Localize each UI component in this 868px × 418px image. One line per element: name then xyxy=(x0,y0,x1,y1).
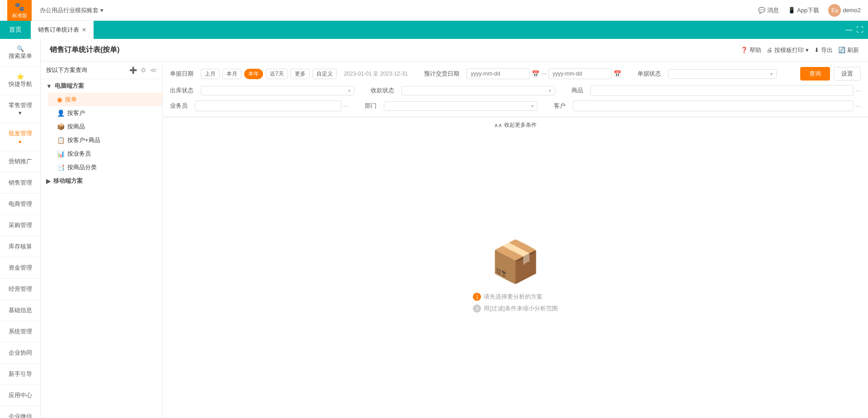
sidebar-item-retail[interactable]: 零售管理 ▾ xyxy=(0,95,40,123)
sidebar-item-wholesale[interactable]: 批发管理 ▴ xyxy=(0,123,40,151)
customer-icon: 👤 xyxy=(57,109,65,117)
status-select[interactable]: ▾ xyxy=(668,69,777,79)
tree-item-by-customer-goods[interactable]: 📋 按客户+商品 xyxy=(48,133,162,147)
more-btn[interactable]: 更多 xyxy=(291,69,310,79)
sidebar-item-appcenter[interactable]: 应用中心 xyxy=(0,385,40,406)
username: demo2 xyxy=(843,7,861,14)
department-label: 部门 xyxy=(365,102,377,110)
tip-num-2: 2 xyxy=(473,304,481,313)
empty-illustration: 📦 xyxy=(490,238,541,285)
app-selector-label: 办公用品行业模拟账套 xyxy=(40,6,99,14)
payment-label: 收款状态 xyxy=(371,86,394,95)
right-panel: 单据日期 上月 本月 本年 近7天 更多 自定义 2023-01-01 至 20… xyxy=(163,62,868,418)
department-select[interactable]: ▾ xyxy=(384,101,538,111)
export-icon: ⬇ xyxy=(814,47,819,53)
app-download-btn[interactable]: 📱 App下载 xyxy=(788,6,819,14)
salesperson-input[interactable] xyxy=(195,100,341,111)
main: 🔍 搜索菜单 ⭐ 快捷导航 零售管理 ▾ 批发管理 ▴ 营销推广 销售管理 电商… xyxy=(0,39,868,418)
print-icon: 🖨 xyxy=(767,47,773,53)
tabbar: 首页 销售订单统计表 ✕ — ⛶ xyxy=(0,21,868,39)
tree-collapse-arrow: ▶ xyxy=(46,178,51,185)
chevron-down-icon: ▾ xyxy=(806,47,809,53)
logo-icon: 🐾 xyxy=(14,2,24,12)
minimize-icon[interactable]: — xyxy=(845,26,853,34)
message-btn[interactable]: 💬 消息 xyxy=(758,6,779,14)
topbar: 🐾 标准版 办公用品行业模拟账套 ▾ 💬 消息 📱 App下载 Ea demo2 xyxy=(0,0,868,21)
user-menu[interactable]: Ea demo2 xyxy=(828,4,861,17)
app-selector[interactable]: 办公用品行业模拟账套 ▾ xyxy=(36,5,107,16)
setting-btn[interactable]: 设置 xyxy=(834,67,861,81)
sidebar-item-operations[interactable]: 经营管理 xyxy=(0,279,40,300)
tree-desktop-items: ◉ 按单 👤 按客户 📦 按商品 📋 按客户+商品 xyxy=(41,93,162,174)
export-btn[interactable]: ⬇ 导出 xyxy=(814,46,833,54)
collapse-icon: ∧∧ xyxy=(494,122,502,128)
logo-text: 标准版 xyxy=(12,12,27,19)
sidebar-item-system[interactable]: 系统管理 xyxy=(0,321,40,342)
sidebar-item-marketing[interactable]: 营销推广 xyxy=(0,151,40,172)
customer-input[interactable] xyxy=(573,100,854,111)
expected-date-end[interactable] xyxy=(548,68,612,79)
this-month-btn[interactable]: 本月 xyxy=(222,69,241,79)
sidebar-item-inventory[interactable]: 库存核算 xyxy=(0,236,40,257)
shipment-select[interactable]: ▾ xyxy=(201,86,354,95)
tree-item-by-order[interactable]: ◉ 按单 xyxy=(48,93,162,106)
sidebar-item-search-menu[interactable]: 🔍 搜索菜单 xyxy=(0,39,40,67)
query-btn[interactable]: 查询 xyxy=(800,67,830,81)
tree-item-by-customer[interactable]: 👤 按客户 xyxy=(48,106,162,120)
goods-label: 商品 xyxy=(571,86,583,95)
custom-btn[interactable]: 自定义 xyxy=(312,69,337,79)
empty-tips: 1 请先选择要分析的方案 2 用[过滤]条件来缩小分析范围 xyxy=(473,293,557,313)
sidebar-item-enterprise[interactable]: 企业协同 xyxy=(0,342,40,364)
sidebar-item-purchase[interactable]: 采购管理 xyxy=(0,215,40,236)
sidebar-item-ecommerce[interactable]: 电商管理 xyxy=(0,194,40,215)
filter-bar: 单据日期 上月 本月 本年 近7天 更多 自定义 2023-01-01 至 20… xyxy=(163,62,868,117)
tree-item-by-category[interactable]: 📑 按商品分类 xyxy=(48,161,162,174)
sidebar-item-finance[interactable]: 资金管理 xyxy=(0,257,40,279)
tree-item-by-salesperson[interactable]: 📊 按业务员 xyxy=(48,147,162,161)
expected-date-label: 预计交货日期 xyxy=(424,70,459,78)
calendar-start-icon[interactable]: 📅 xyxy=(532,70,539,77)
tab-sales-stats[interactable]: 销售订单统计表 ✕ xyxy=(31,21,94,39)
tree-section-mobile[interactable]: ▶ 移动端方案 xyxy=(41,174,162,188)
tabbar-window-btns: — ⛶ xyxy=(845,26,863,34)
sidebar-item-wechat[interactable]: 企业微信 xyxy=(0,406,40,418)
tree-section-desktop[interactable]: ▼ 电脑端方案 xyxy=(41,79,162,93)
salesperson-more-icon[interactable]: ··· xyxy=(343,102,349,109)
content: 销售订单统计表(按单) ❓ 帮助 🖨 按模板打印 ▾ ⬇ 导出 🔄 刷新 xyxy=(41,39,868,418)
tab-label: 销售订单统计表 xyxy=(38,26,79,34)
last-7-days-btn[interactable]: 近7天 xyxy=(266,69,288,79)
left-panel: 按以下方案查询 ➕ ⚙ ≪ ▼ 电脑端方案 ◉ 按单 xyxy=(41,62,163,418)
collapse-btn[interactable]: ∧∧ 收起更多条件 xyxy=(494,121,537,129)
this-year-btn[interactable]: 本年 xyxy=(244,69,263,79)
customer-more-icon[interactable]: ··· xyxy=(855,102,861,109)
page-actions: ❓ 帮助 🖨 按模板打印 ▾ ⬇ 导出 🔄 刷新 xyxy=(741,46,859,61)
salesperson-icon: 📊 xyxy=(57,150,65,157)
chevron-down-icon: ▾ xyxy=(348,88,350,93)
goods-more-icon[interactable]: ··· xyxy=(855,87,861,94)
template-print-btn[interactable]: 🖨 按模板打印 ▾ xyxy=(767,46,809,54)
sidebar-item-basic[interactable]: 基础信息 xyxy=(0,300,40,321)
tab-home[interactable]: 首页 xyxy=(0,21,31,39)
left-panel-title: 按以下方案查询 xyxy=(46,66,87,74)
tree-item-by-goods[interactable]: 📦 按商品 xyxy=(48,120,162,133)
tree-expand-arrow: ▼ xyxy=(46,83,52,90)
settings-plan-btn[interactable]: ⚙ xyxy=(141,66,146,74)
refresh-btn[interactable]: 🔄 刷新 xyxy=(838,46,859,54)
last-month-btn[interactable]: 上月 xyxy=(201,69,220,79)
maximize-icon[interactable]: ⛶ xyxy=(856,26,863,34)
sidebar-item-quick-nav[interactable]: ⭐ 快捷导航 xyxy=(0,67,40,95)
inner-layout: 按以下方案查询 ➕ ⚙ ≪ ▼ 电脑端方案 ◉ 按单 xyxy=(41,62,868,418)
message-label: 消息 xyxy=(767,6,779,14)
empty-tip-2: 2 用[过滤]条件来缩小分析范围 xyxy=(473,304,557,313)
help-btn[interactable]: ❓ 帮助 xyxy=(741,46,761,54)
sidebar-item-sales[interactable]: 销售管理 xyxy=(0,172,40,194)
sidebar-item-newbie[interactable]: 新手引导 xyxy=(0,364,40,385)
payment-select[interactable]: ▾ xyxy=(401,86,555,95)
calendar-end-icon[interactable]: 📅 xyxy=(613,70,621,77)
add-plan-btn[interactable]: ➕ xyxy=(129,66,137,74)
tab-close-btn[interactable]: ✕ xyxy=(82,27,86,33)
collapse-panel-btn[interactable]: ≪ xyxy=(150,66,157,74)
expected-date-start[interactable] xyxy=(467,68,530,79)
goods-input[interactable] xyxy=(590,85,854,96)
empty-tip-1: 1 请先选择要分析的方案 xyxy=(473,293,557,301)
